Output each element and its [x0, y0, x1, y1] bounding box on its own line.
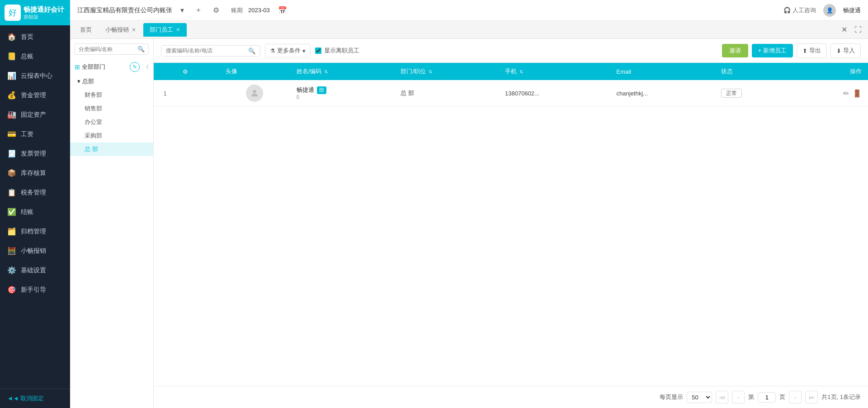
dept-group-zongbu[interactable]: ▾ 总部 [70, 75, 153, 88]
page-size-select[interactable]: 50 100 200 [687, 392, 712, 403]
sidebar-item-salary[interactable]: 💳 工资 [0, 124, 70, 144]
export-icon: ⬆ [802, 47, 807, 54]
company-name[interactable]: 江西服宝精品有限责任公司内账张 [77, 6, 172, 14]
sidebar-item-checkout-label: 结账 [21, 208, 33, 216]
employee-dept-badge: 部 [317, 86, 326, 94]
dept-item-finance[interactable]: 财务部 [70, 88, 153, 102]
table-row: 1 [154, 80, 868, 107]
dept-search-input[interactable] [79, 46, 137, 52]
dept-item-zongbu[interactable]: 总 部 [70, 142, 153, 156]
sidebar-item-funds[interactable]: 💰 资金管理 [0, 85, 70, 105]
tab-expand-button[interactable]: ⛶ [852, 24, 864, 35]
service-label: 人工咨询 [793, 6, 816, 14]
salary-icon: 💳 [7, 130, 16, 138]
export-button[interactable]: ⬆ 导出 [797, 43, 827, 58]
show-resigned-wrap: 显示离职员工 [315, 47, 359, 55]
show-resigned-checkbox[interactable] [315, 47, 321, 54]
tab-employees[interactable]: 部门员工 ✕ [143, 23, 187, 37]
calendar-button[interactable]: 📅 [275, 4, 290, 16]
dept-search-bar[interactable]: 🔍 [75, 43, 149, 55]
more-filter-button[interactable]: ⚗ 更多条件 ▾ [265, 44, 311, 57]
tab-home[interactable]: 首页 [74, 23, 98, 37]
sidebar-item-settings[interactable]: ⚙️ 基础设置 [0, 261, 70, 280]
sidebar-item-reports[interactable]: 📊 云报表中心 [0, 66, 70, 85]
col-dept[interactable]: 部门/职位 ⇅ [394, 63, 499, 80]
dept-item-office[interactable]: 办公室 [70, 115, 153, 129]
dept-item-sales[interactable]: 销售部 [70, 102, 153, 115]
checkout-icon: ✅ [7, 208, 16, 216]
sidebar-item-ledger[interactable]: 📒 总账 [0, 47, 70, 66]
tab-close-button[interactable]: ✕ [839, 24, 850, 35]
settings-button[interactable]: ⚙ [210, 4, 222, 16]
company-dropdown-button[interactable]: ▾ [178, 4, 187, 16]
cell-name: 畅捷通 部 0 [290, 80, 395, 107]
dept-grid-icon: ⊞ [75, 63, 80, 71]
invite-label: 邀请 [729, 47, 741, 54]
tab-expense[interactable]: 小畅报销 ✕ [99, 23, 142, 37]
svg-point-0 [253, 90, 256, 93]
col-name[interactable]: 姓名/编码 ⇅ [290, 63, 395, 80]
guide-icon: 🎯 [7, 285, 16, 294]
sidebar-item-invoice[interactable]: 🧾 发票管理 [0, 144, 70, 163]
service-button[interactable]: 🎧 人工咨询 [783, 6, 816, 14]
sidebar-item-guide[interactable]: 🎯 新手引导 [0, 280, 70, 299]
employee-search-input[interactable] [166, 47, 245, 54]
table-settings-icon[interactable]: ⚙ [183, 68, 188, 75]
employee-search-bar[interactable]: 🔍 [161, 45, 260, 57]
first-page-button[interactable]: ⏮ [716, 391, 728, 403]
cell-phone: 138070602... [499, 80, 610, 107]
sidebar-item-guide-label: 新手引导 [21, 286, 46, 294]
sidebar: 好 畅捷通好会计 旗舰版 🏠 首页 📒 总账 📊 云报表中心 💰 资金管理 🏭 … [0, 0, 70, 408]
edit-icon[interactable]: ✏ [843, 89, 849, 98]
add-tab-button[interactable]: ＋ [192, 4, 205, 17]
tab-employees-close[interactable]: ✕ [176, 27, 180, 33]
logo-info: 畅捷通好会计 旗舰版 [24, 5, 64, 20]
funds-icon: 💰 [7, 91, 16, 100]
sidebar-item-archive[interactable]: 🗂️ 归档管理 [0, 222, 70, 241]
col-settings[interactable]: ⚙ [176, 63, 219, 80]
sidebar-item-assets-label: 固定资产 [21, 111, 46, 119]
sidebar-item-invoice-label: 发票管理 [21, 150, 46, 158]
all-dept-header[interactable]: ⊞ 全部部门 ✎ 《 [70, 59, 153, 75]
col-phone[interactable]: 手机 ⇅ [499, 63, 610, 80]
sidebar-item-home[interactable]: 🏠 首页 [0, 27, 70, 47]
period-label: 账期 [231, 6, 243, 14]
sidebar-item-inventory[interactable]: 📦 库存核算 [0, 163, 70, 183]
pagination-bar: 每页显示 50 100 200 ⏮ ‹ 第 页 › ⏭ 共1页, 1条记录 [154, 386, 868, 408]
invite-button[interactable]: 邀请 [722, 44, 748, 57]
import-button[interactable]: ⬇ 导入 [830, 43, 861, 58]
show-resigned-label: 显示离职员工 [324, 47, 359, 55]
sidebar-item-ledger-label: 总账 [21, 52, 33, 61]
unpin-button[interactable]: ◄◄ 取消固定 [0, 389, 70, 408]
dept-edit-button[interactable]: ✎ [130, 62, 140, 72]
tab-expense-close[interactable]: ✕ [132, 27, 136, 33]
inventory-icon: 📦 [7, 169, 16, 177]
dept-item-purchase[interactable]: 采购部 [70, 129, 153, 142]
page-input[interactable] [758, 392, 776, 403]
invoice-icon: 🧾 [7, 149, 16, 158]
tab-employees-label: 部门员工 [150, 26, 173, 34]
collapse-icon[interactable]: 《 [143, 63, 149, 71]
sidebar-item-tax[interactable]: 📋 税务管理 [0, 183, 70, 202]
filter-icon: ⚗ [270, 47, 275, 54]
all-dept-label: 全部部门 [82, 63, 105, 71]
add-employee-button[interactable]: + 新增员工 [752, 44, 793, 57]
home-icon: 🏠 [7, 33, 16, 41]
sidebar-item-assets[interactable]: 🏭 固定资产 [0, 105, 70, 124]
sidebar-item-tax-label: 税务管理 [21, 189, 46, 197]
tab-home-label: 首页 [80, 26, 92, 34]
export-label: 导出 [809, 47, 821, 55]
next-page-button[interactable]: › [789, 391, 802, 403]
sidebar-item-salary-label: 工资 [21, 130, 33, 138]
sidebar-item-inventory-label: 库存核算 [21, 169, 46, 177]
sidebar-item-checkout[interactable]: ✅ 结账 [0, 202, 70, 222]
page-label-suffix: 页 [779, 393, 785, 401]
last-page-button[interactable]: ⏭ [805, 391, 818, 403]
sidebar-item-expense[interactable]: 🧮 小畅报销 [0, 241, 70, 261]
status-badge: 正常 [721, 89, 742, 98]
col-actions: 操作 [794, 63, 868, 80]
prev-page-button[interactable]: ‹ [732, 391, 745, 403]
filter-label: 更多条件 [277, 47, 301, 55]
logout-icon[interactable]: 🚪 [853, 89, 862, 98]
page-size-label: 每页显示 [660, 393, 683, 401]
